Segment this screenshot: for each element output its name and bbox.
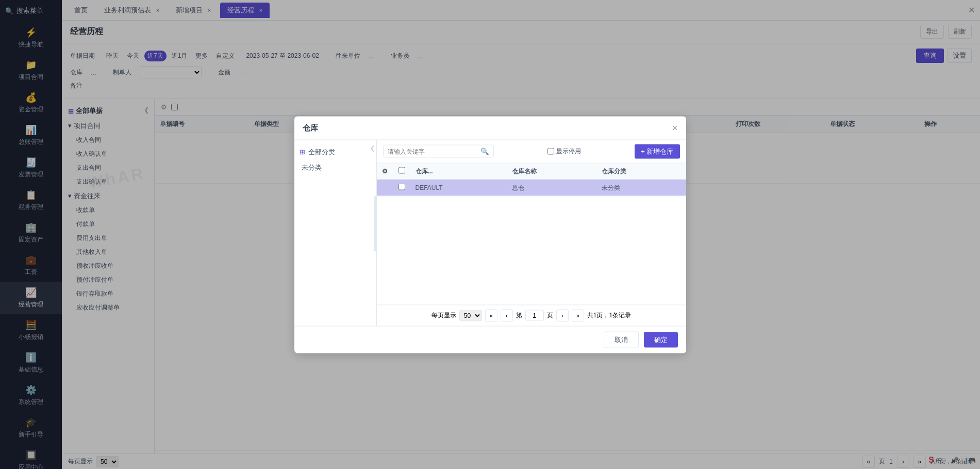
dialog-title: 仓库 <box>303 123 318 133</box>
dialog-close-btn[interactable]: × <box>672 122 678 133</box>
dialog-search-input[interactable] <box>384 145 476 157</box>
dialog-page-last[interactable]: » <box>572 309 584 321</box>
cancel-button[interactable]: 取消 <box>604 331 639 348</box>
dialog-page-input[interactable] <box>525 310 544 321</box>
dialog-row-checkbox[interactable] <box>398 184 405 190</box>
dialog-table-wrapper: ⚙ 仓库... 仓库名称 仓库分类 D <box>377 163 686 304</box>
dialog-toolbar: 🔍 显示停用 + 新增仓库 <box>377 140 686 163</box>
dialog-col-gear: ⚙ <box>377 163 393 180</box>
dialog-page-next[interactable]: › <box>556 309 569 321</box>
add-warehouse-button[interactable]: + 新增仓库 <box>635 144 679 158</box>
dialog-total-text: 共1页，1条记录 <box>587 311 631 320</box>
dialog-col-category: 仓库分类 <box>596 163 686 180</box>
dialog-page-prev[interactable]: ‹ <box>501 309 513 321</box>
dialog-pagination: 每页显示 50 « ‹ 第 页 › » 共1页，1条记录 <box>377 304 686 326</box>
dialog-left-header[interactable]: ⊞ 全部分类 <box>294 144 376 159</box>
dialog-row-name: 总仓 <box>507 180 596 196</box>
confirm-button[interactable]: 确定 <box>644 332 678 347</box>
dialog-left-item-uncategorized[interactable]: 未分类 <box>294 159 376 175</box>
dialog-body: ⊞ 全部分类 《 未分类 🔍 显示停用 + 新增仓库 <box>294 140 686 326</box>
dialog-row-gear <box>377 180 393 196</box>
dialog-per-page-label: 每页显示 <box>431 311 456 320</box>
dialog-page-first[interactable]: « <box>485 309 497 321</box>
dialog-search: 🔍 <box>383 145 494 158</box>
dialog-search-btn[interactable]: 🔍 <box>476 145 493 157</box>
show-disabled-checkbox[interactable] <box>547 148 554 155</box>
warehouse-dialog: 仓库 × ⊞ 全部分类 《 未分类 🔍 显示 <box>294 116 686 353</box>
dialog-col-name: 仓库名称 <box>507 163 596 180</box>
dialog-per-page-select[interactable]: 50 <box>459 310 482 321</box>
dialog-actions: 取消 确定 <box>294 326 686 353</box>
dialog-col-check <box>393 163 410 180</box>
dialog-row-code: DEFAULT <box>410 180 507 196</box>
all-category-label: 全部分类 <box>308 147 335 156</box>
dialog-page-suffix: 页 <box>547 311 553 320</box>
dialog-col-code: 仓库... <box>410 163 507 180</box>
show-disabled-label: 显示停用 <box>556 147 581 156</box>
dialog-right-panel: 🔍 显示停用 + 新增仓库 ⚙ 仓库... 仓库名称 <box>377 140 686 326</box>
dialog-select-all[interactable] <box>398 167 405 174</box>
left-panel-collapse-btn[interactable]: 《 <box>367 144 374 153</box>
dialog-left-panel: ⊞ 全部分类 《 未分类 <box>294 140 377 326</box>
dialog-table-header: ⚙ 仓库... 仓库名称 仓库分类 <box>377 163 686 180</box>
dialog-table: ⚙ 仓库... 仓库名称 仓库分类 D <box>377 163 686 196</box>
dialog-page-label: 第 <box>516 311 522 320</box>
dialog-scrollbar <box>374 196 376 251</box>
dialog-header: 仓库 × <box>294 116 686 140</box>
dialog-table-row[interactable]: DEFAULT 总仓 未分类 <box>377 180 686 196</box>
show-disabled-group: 显示停用 <box>547 147 581 156</box>
grid-icon: ⊞ <box>300 148 305 156</box>
dialog-row-check <box>393 180 410 196</box>
dialog-row-category: 未分类 <box>596 180 686 196</box>
